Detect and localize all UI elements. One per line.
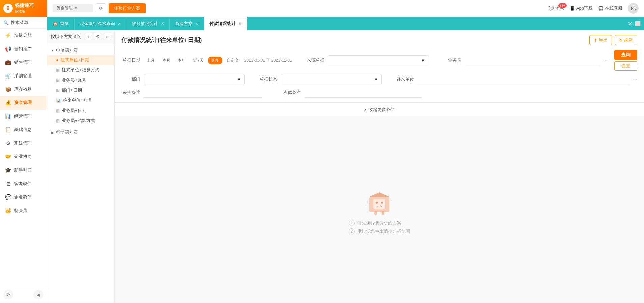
source-label: 来源单据: [305, 57, 324, 63]
empty-illustration: [362, 185, 396, 215]
counterparty-input[interactable]: [417, 74, 630, 84]
sidebar-item-enterprise[interactable]: 🤝 企业协同: [0, 150, 47, 163]
tree-item-salesman-date[interactable]: ▦ 业务员+日期: [47, 105, 114, 116]
sidebar-item-wechat[interactable]: 💬 企业微信: [0, 190, 47, 204]
panel-collapse-btn[interactable]: «: [104, 33, 111, 40]
panel-settings-btn[interactable]: ⚙: [94, 33, 101, 40]
notification-btn[interactable]: 💬 消息 99+: [549, 5, 564, 11]
marketing-label: 营销推广: [14, 46, 32, 52]
sidebar-item-basic-info[interactable]: 📋 基础信息: [0, 123, 47, 137]
avatar-text: Rit: [631, 6, 635, 10]
collapse-bar[interactable]: ∧ 收起更多条件: [115, 103, 644, 116]
tab-cashflow-close[interactable]: ✕: [118, 22, 121, 26]
sidebar-item-hardware[interactable]: 🖥 智能硬件: [0, 177, 47, 190]
sidebar-item-member[interactable]: 👑 畅会员: [0, 204, 47, 217]
docstatus-select[interactable]: ▼: [281, 74, 382, 84]
sidebar-item-purchase[interactable]: 🛒 采购管理: [0, 69, 47, 83]
body-note-area: [304, 88, 422, 98]
pill-7days[interactable]: 近7天: [190, 57, 207, 64]
trial-btn[interactable]: 体验行业方案: [109, 3, 146, 13]
collapse-label: 收起更多条件: [369, 107, 395, 113]
tree-item-salesman-settlement[interactable]: ▦ 业务员+结算方式: [47, 116, 114, 126]
tab-payments-close[interactable]: ✕: [238, 22, 241, 26]
tree-group-mobile-header[interactable]: ▶ 移动端方案: [47, 128, 114, 137]
member-label: 畅会员: [14, 208, 27, 214]
tree-group-desktop-header[interactable]: ▼ 电脑端方案: [47, 46, 114, 55]
sidebar-item-sales[interactable]: 💼 销售管理: [0, 56, 47, 69]
sidebar-item-finance[interactable]: 💰 资金管理: [0, 96, 47, 110]
tab-new-plan[interactable]: 新建方案 ✕: [170, 17, 204, 30]
tree-item-counterparty-account[interactable]: 📊 往来单位+账号: [47, 95, 114, 105]
tab-bar: 🏠 首页 现金银行流水查询 ✕ 收款情况统计 ✕ 新建方案 ✕ 付款情况统计 ✕…: [47, 17, 644, 30]
online-service-btn[interactable]: 🎧 在线客服: [598, 5, 622, 11]
tree-item-dept-date[interactable]: ▦ 部门+日期: [47, 85, 114, 95]
tree-item-counterparty-payment[interactable]: ▦ 往来单位+结算方式: [47, 65, 114, 75]
basicinfo-icon: 📋: [5, 126, 11, 133]
sidebar-item-inventory[interactable]: 📦 库存核算: [0, 83, 47, 96]
step-1-label: 请先选择要分析的方案: [357, 220, 401, 226]
header-settings-btn[interactable]: ⚙: [96, 3, 106, 13]
docstatus-dropdown-icon: ▼: [374, 77, 378, 82]
tree-item-salesman-account[interactable]: ▦ 业务员+账号: [47, 75, 114, 85]
pill-last-month[interactable]: 上月: [144, 57, 158, 64]
tree-icon-table4: ▦: [56, 108, 60, 113]
sidebar-item-quicknav[interactable]: ⚡ 快捷导航: [0, 29, 47, 42]
footer-settings-btn[interactable]: ⚙: [3, 290, 13, 300]
sidebar-item-guide[interactable]: 🎓 新手引导: [0, 163, 47, 177]
sidebar-item-system[interactable]: ⚙ 系统管理: [0, 137, 47, 150]
svg-point-9: [365, 205, 367, 206]
breadcrumb-select[interactable]: 资金管理 ▼: [53, 4, 93, 12]
app-download-btn[interactable]: 📱 App下载: [569, 5, 593, 11]
dept-select[interactable]: ▼: [144, 74, 245, 84]
purchase-label: 采购管理: [14, 73, 32, 79]
system-label: 系统管理: [14, 140, 32, 146]
operations-label: 经营管理: [14, 113, 32, 119]
tab-home[interactable]: 🏠 首页: [47, 17, 75, 30]
source-select[interactable]: ▼: [328, 55, 429, 65]
logo-sub: 标准版: [15, 9, 34, 14]
tab-newplan-close[interactable]: ✕: [195, 22, 198, 26]
body-note-input[interactable]: [304, 88, 422, 98]
content-area: 按以下方案查询 + ⚙ « ▼ 电脑端方案 ●: [47, 30, 644, 303]
body-note-label: 表体备注: [282, 90, 301, 96]
pill-more[interactable]: 更多: [208, 57, 222, 64]
pill-custom[interactable]: 自定义: [224, 57, 242, 64]
panel-add-btn[interactable]: +: [85, 33, 92, 40]
footer-collapse-btn[interactable]: ◀: [33, 290, 43, 300]
salesman-dots-icon[interactable]: ···: [601, 57, 608, 63]
tab-close-all-icon[interactable]: ✕: [628, 21, 632, 27]
sidebar-item-marketing[interactable]: 📢 营销推广: [0, 42, 47, 56]
tab-maximize-icon[interactable]: ⬜: [635, 21, 641, 26]
counterparty-label: 往来单位: [395, 76, 414, 82]
header-note-input[interactable]: [144, 88, 262, 98]
query-btn[interactable]: 查询: [614, 50, 637, 60]
counterparty-area: ···: [417, 74, 637, 84]
filter-row-1: 单据日期 上月 本月 本年 近7天 更多 自定义 2022-01-01 至 20…: [121, 50, 637, 71]
tree-item-counterparty-date[interactable]: ● 往来单位+日期: [47, 55, 114, 65]
empty-state: 1 请先选择要分析的方案 2 用过滤条件来缩小分析范围: [115, 116, 644, 303]
user-avatar[interactable]: Rit: [628, 3, 639, 14]
tab-receipts-close[interactable]: ✕: [161, 22, 164, 26]
panel-tree: ▼ 电脑端方案 ● 往来单位+日期 ▦ 往来单位+结算方式 ▦ 业务员+账号: [47, 43, 114, 303]
tree-icon-chart: 📊: [56, 98, 61, 103]
top-header: 资金管理 ▼ ⚙ 体验行业方案 💬 消息 99+ 📱 App下载 🎧 在线客服: [47, 0, 644, 17]
tab-cashflow[interactable]: 现金银行流水查询 ✕: [75, 17, 126, 30]
breadcrumb-text: 资金管理: [57, 5, 73, 11]
tab-payments[interactable]: 付款情况统计 ✕: [204, 17, 247, 30]
search-menu[interactable]: 🔍 搜索菜单: [0, 17, 47, 29]
sidebar-item-operations[interactable]: 📊 经营管理: [0, 110, 47, 123]
finance-label: 资金管理: [14, 100, 32, 106]
salesman-input[interactable]: [465, 55, 601, 65]
pill-this-month[interactable]: 本月: [159, 57, 173, 64]
headset-icon: 🎧: [598, 6, 604, 11]
tab-receipts[interactable]: 收款情况统计 ✕: [126, 17, 170, 30]
logo-icon: 6: [3, 4, 13, 13]
marketing-icon: 📢: [5, 46, 11, 52]
settings-small-btn[interactable]: 设置: [614, 61, 637, 71]
counterparty-dots-icon[interactable]: ···: [630, 76, 637, 82]
svg-marker-1: [369, 192, 389, 197]
pill-this-year[interactable]: 本年: [175, 57, 189, 64]
svg-point-4: [381, 202, 383, 204]
refresh-btn[interactable]: ↻ 刷新: [615, 35, 637, 45]
export-btn[interactable]: ⬆ 导出: [589, 35, 612, 45]
